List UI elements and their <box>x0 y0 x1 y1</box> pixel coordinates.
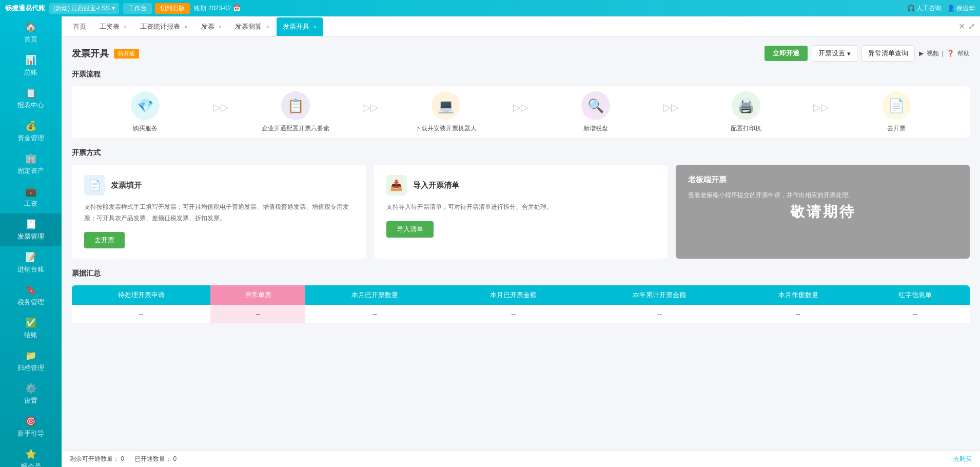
purchasesales-icon: 📝 <box>25 251 36 263</box>
tab-payroll-report-close[interactable]: × <box>184 24 187 30</box>
arrow-2: ▷▷ <box>359 101 382 113</box>
process-step-6-label: 去开票 <box>887 124 906 133</box>
sidebar-item-assets[interactable]: 🏢 固定资产 <box>0 148 62 181</box>
top-bar-buttons: 工作台 切到旧版 <box>123 3 190 14</box>
tab-payslip-close[interactable]: × <box>124 24 127 30</box>
sidebar-item-home[interactable]: 🏠 首页 <box>0 16 62 49</box>
sidebar-label-reports: 报表中心 <box>17 101 44 110</box>
process-step-5[interactable]: 🖨️ 配置打印机 <box>683 91 810 133</box>
period-selector[interactable]: 账期 2023-02 📅 <box>194 4 241 13</box>
tab-payslip[interactable]: 工资表 × <box>93 17 133 36</box>
sidebar-item-payroll[interactable]: 💼 工资 <box>0 181 62 213</box>
tab-invoice-issue-label: 发票开具 <box>283 22 309 31</box>
sidebar-item-checkout[interactable]: ✅ 结账 <box>0 312 62 345</box>
tab-bar-actions: ✕ ⤢ <box>958 22 975 31</box>
checkout-icon: ✅ <box>25 317 36 328</box>
fill-card-icon: 📄 <box>84 175 105 196</box>
app-logo: 畅捷通易代账 <box>5 4 45 13</box>
process-step-3[interactable]: 💻 下载并安装开票机器人 <box>382 91 509 133</box>
view-count-label[interactable]: 视频 <box>927 49 939 58</box>
tab-bar: 首页 工资表 × 工资统计报表 × 发票 × 发票测算 × 发票开具 × <box>62 16 980 37</box>
tab-invoice-calc[interactable]: 发票测算 × <box>229 17 275 36</box>
remain-label: 剩余可开通数量： 0 <box>70 455 124 463</box>
import-invoice-card: 📥 导入开票清单 支持导入待开票清单，可对待开票清单进行拆分、合并处理。 导入清… <box>374 165 668 259</box>
sidebar: 🏠 首页 📊 总账 📋 报表中心 💰 资金管理 🏢 固定资产 💼 工资 🧾 发票… <box>0 16 62 467</box>
guide-icon: 🎯 <box>25 416 36 427</box>
cell-month-qty: -- <box>305 305 444 323</box>
process-step-1-icon: 💎 <box>131 91 160 120</box>
sidebar-item-archive[interactable]: 📁 归档管理 <box>0 345 62 378</box>
old-version-button[interactable]: 切到旧版 <box>155 3 190 14</box>
sidebar-item-funds[interactable]: 💰 资金管理 <box>0 115 62 148</box>
immediate-open-button[interactable]: 立即开通 <box>765 46 808 61</box>
tab-invoice[interactable]: 发票 × <box>195 17 228 36</box>
customer-service[interactable]: 🎧 人工咨询 <box>907 4 941 13</box>
page-header: 发票开具 待开通 立即开通 开票设置 ▾ 异常清单查询 ▶ 视频 | ❓ <box>72 45 970 62</box>
top-bar-left: 畅捷通易代账 (勿动) 江西服宝-LSS ▾ 工作台 切到旧版 账期 2023-… <box>5 3 907 14</box>
old-client-card: 老板端开票 查看老板端小程序提交的开票申请，并作出相应的开票处理。 敬请期待 <box>676 165 970 259</box>
sidebar-item-purchasesales[interactable]: 📝 进销台账 <box>0 246 62 279</box>
sidebar-item-tax[interactable]: 🔖 税务管理 <box>0 279 62 312</box>
import-card-icon: 📥 <box>386 175 407 196</box>
abnormal-query-button[interactable]: 异常清单查询 <box>861 45 915 62</box>
go-invoice-button[interactable]: 去开票 <box>84 232 125 248</box>
fill-invoice-card: 📄 发票填开 支持按照发票样式手工填写开发票；可开具增值税电子普通发票、增值税普… <box>72 165 366 259</box>
sidebar-item-guide[interactable]: 🎯 新手引导 <box>0 411 62 443</box>
sidebar-item-member[interactable]: ⭐ 畅会员 <box>0 443 62 467</box>
sidebar-item-settings[interactable]: ⚙️ 设置 <box>0 378 62 411</box>
import-list-button[interactable]: 导入清单 <box>386 221 434 238</box>
tab-payroll-report[interactable]: 工资统计报表 × <box>134 17 193 36</box>
sidebar-label-checkout: 结账 <box>24 330 37 340</box>
arrow-3: ▷▷ <box>509 101 533 113</box>
col-red-info: 红字信息单 <box>860 285 970 305</box>
methods-section-title: 开票方式 <box>72 148 970 158</box>
process-step-1-label: 购买服务 <box>133 124 158 133</box>
sidebar-item-ledger[interactable]: 📊 总账 <box>0 49 62 82</box>
content-area: 首页 工资表 × 工资统计报表 × 发票 × 发票测算 × 发票开具 × <box>62 16 980 467</box>
process-step-2[interactable]: 📋 企业开通配置开票六要素 <box>232 91 359 133</box>
import-card-desc: 支持导入待开票清单，可对待开票清单进行拆分、合并处理。 <box>386 202 656 213</box>
archive-icon: 📁 <box>25 350 36 361</box>
cell-abnormal: -- <box>210 305 305 323</box>
bottom-bar: 剩余可开通数量： 0 已开通数量： 0 去购买 <box>62 451 980 467</box>
arrow-5: ▷▷ <box>809 101 833 113</box>
open-settings-button[interactable]: 开票设置 ▾ <box>812 45 857 62</box>
tab-invoice-issue[interactable]: 发票开具 × <box>277 17 323 36</box>
video-icon: ▶ <box>919 50 924 57</box>
sidebar-item-invoice[interactable]: 🧾 发票管理 <box>0 213 62 246</box>
member-icon: ⭐ <box>25 449 36 460</box>
old-client-desc: 查看老板端小程序提交的开票申请，并作出相应的开票处理。 <box>688 190 957 201</box>
user-icon: 👤 <box>947 5 955 12</box>
process-section-title: 开票流程 <box>72 70 970 79</box>
user-profile[interactable]: 👤 徐溢华 <box>947 4 975 13</box>
invoice-icon: 🧾 <box>25 219 36 230</box>
top-bar-right: 🎧 人工咨询 👤 徐溢华 <box>907 4 975 13</box>
help-label[interactable]: 帮助 <box>957 49 970 58</box>
summary-section-title: 票据汇总 <box>72 269 970 278</box>
company-selector[interactable]: (勿动) 江西服宝-LSS ▾ <box>49 3 119 14</box>
process-step-6[interactable]: 📄 去开票 <box>833 91 959 133</box>
page-content: 发票开具 待开通 立即开通 开票设置 ▾ 异常清单查询 ▶ 视频 | ❓ <box>62 37 980 451</box>
settings-icon: ⚙️ <box>25 383 36 394</box>
tab-home[interactable]: 首页 <box>67 17 92 36</box>
tab-invoice-issue-close[interactable]: × <box>313 24 317 30</box>
restore-icon[interactable]: ⤢ <box>968 22 975 31</box>
buy-link[interactable]: 去购买 <box>953 455 972 463</box>
close-all-icon[interactable]: ✕ <box>958 22 965 31</box>
col-abnormal: 异常单票 <box>210 285 305 305</box>
sidebar-label-purchasesales: 进销台账 <box>17 265 44 274</box>
tab-payroll-report-label: 工资统计报表 <box>140 22 180 31</box>
process-step-4[interactable]: 🔍 新增税盘 <box>533 91 659 133</box>
open-settings-label: 开票设置 <box>818 49 845 58</box>
period-label: 账期 <box>194 4 206 13</box>
tab-invoice-close[interactable]: × <box>219 24 222 30</box>
tab-invoice-calc-close[interactable]: × <box>266 24 269 30</box>
process-step-3-label: 下载并安装开票机器人 <box>415 124 477 133</box>
sidebar-label-member: 畅会员 <box>21 462 41 467</box>
chevron-down-icon: ▾ <box>112 5 115 12</box>
tab-invoice-label: 发票 <box>201 22 214 31</box>
import-card-title: 导入开票清单 <box>413 181 459 190</box>
sidebar-item-reports[interactable]: 📋 报表中心 <box>0 82 62 115</box>
workstation-button[interactable]: 工作台 <box>123 3 152 14</box>
process-step-1[interactable]: 💎 购买服务 <box>82 91 209 133</box>
